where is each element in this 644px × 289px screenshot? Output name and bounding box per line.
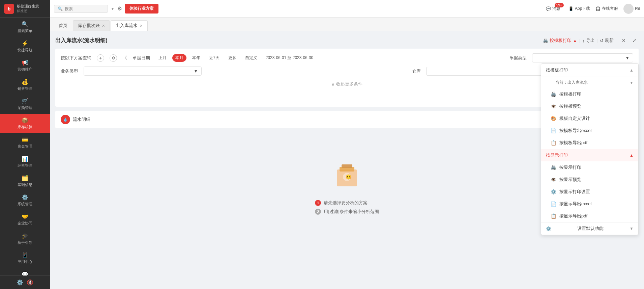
sidebar-item-inventory[interactable]: 📦 库存核算 [0, 114, 50, 133]
tab-home[interactable]: 首页 [54, 21, 72, 31]
printer-dd-icon: 🖨️ [551, 91, 556, 97]
eye2-dd-icon: 👁️ [551, 177, 556, 182]
step-1-text: 请先选择要分析的方案 [324, 200, 368, 206]
gear2-dd-icon: ⚙️ [551, 189, 556, 194]
dropdown-current-item[interactable]: 当前：出入库流水 ▼ [541, 77, 638, 88]
display-print-chevron: ▲ [630, 153, 634, 158]
sidebar-item-collab[interactable]: 🤝 企业协同 [0, 210, 50, 229]
warehouse-label: 仓库 [412, 68, 421, 74]
box-icon: 📦 [22, 117, 28, 124]
sidebar-logo: b 畅捷通好生意 标准版 [0, 0, 50, 18]
dropdown-item-display-pdf[interactable]: 📋 按显示导出pdf [541, 210, 638, 222]
app-download-action[interactable]: 📱 App下载 [568, 6, 590, 11]
display-print-sub-header[interactable]: 按显示打印 ▲ [541, 149, 638, 161]
date-last-month-btn[interactable]: 上月 [155, 54, 170, 62]
dropdown-item-display-print[interactable]: 🖨️ 按显示打印 [541, 161, 638, 174]
doc-type-label: 单据类型 [509, 55, 527, 61]
date-more-btn[interactable]: 更多 [225, 54, 239, 62]
current-label: 当前：出入库流水 [555, 80, 588, 85]
sidebar-item-marketing[interactable]: 📢 营销推广 [0, 56, 50, 75]
message-action[interactable]: 💬 消息 99+ [546, 6, 560, 11]
sidebar-item-wechat[interactable]: 💬 企业微信 [0, 268, 50, 275]
logo-icon: b [4, 4, 14, 14]
sidebar-item-search[interactable]: 🔍 搜索菜单 [0, 18, 50, 37]
search-input[interactable] [65, 6, 98, 11]
date-this-year-btn[interactable]: 本年 [189, 54, 203, 62]
sidebar-item-quick-nav[interactable]: ⚡ 快捷导航 [0, 37, 50, 56]
batch-account-close-icon[interactable]: ✕ [102, 24, 105, 28]
dropdown-item-export-pdf[interactable]: 📋 按模板导出pdf [541, 137, 638, 149]
footer-label: 设置默认功能 [577, 226, 604, 232]
chat-icon: 💬 [22, 271, 28, 275]
dd-custom-design-label: 模板自定义设计 [559, 115, 590, 122]
topbar-chevron-icon[interactable]: ▼ [111, 6, 115, 11]
sidebar-item-sales[interactable]: 💰 销售管理 [0, 75, 50, 95]
tabbar: 首页 库存批次账 ✕ 出入库流水 ✕ [50, 18, 644, 31]
dropdown-item-export-excel[interactable]: 📄 按模板导出excel [541, 125, 638, 137]
mobile-icon: 📱 [22, 252, 28, 258]
sidebar-item-finance[interactable]: 💳 资金管理 [0, 133, 50, 152]
pdf2-dd-icon: 📋 [551, 213, 556, 219]
search-icon: 🔍 [22, 21, 28, 27]
topbar-search-box[interactable]: 🔍 [54, 5, 108, 13]
dropdown-item-template-preview[interactable]: 👁️ 按模板预览 [541, 100, 638, 112]
logo-name: 畅捷通好生意 [17, 4, 39, 8]
main-area: 🔍 ▼ ⚙ 体验行业方案 💬 消息 99+ 📱 App下载 🎧 在 [50, 0, 644, 289]
page-content: 出入库流水(流水明细) 🖨️ 按模板打印 ▲ | ↑ 导出 | [50, 31, 644, 289]
dropdown-item-template-print[interactable]: 🖨️ 按模板打印 [541, 88, 638, 100]
sidebar-item-system[interactable]: ⚙️ 系统管理 [0, 191, 50, 210]
date-this-month-btn[interactable]: 本月 [172, 54, 186, 62]
business-type-select[interactable]: ▼ [84, 67, 202, 76]
topbar-gear-icon[interactable]: ⚙ [117, 5, 122, 12]
tab-batch-account[interactable]: 库存批次账 ✕ [73, 20, 110, 31]
template-print-dropdown: 按模板打印 ▲ 当前：出入库流水 ▼ 🖨️ 按模板打印 👁️ 按模板预览 [541, 63, 639, 235]
filter-settings-btn[interactable]: ⚙ [110, 54, 117, 62]
dd-display-excel-label: 按显示导出excel [559, 201, 591, 207]
sidebar-item-basic[interactable]: 🗂️ 基础信息 [0, 172, 50, 191]
sidebar-label-collab: 企业协同 [18, 221, 32, 226]
sidebar-label-operations: 经营管理 [18, 163, 32, 168]
stream-icon: 💧 [61, 115, 70, 124]
step-1-number: 1 [315, 200, 321, 206]
sidebar-item-operations[interactable]: 📊 经营管理 [0, 152, 50, 172]
handshake-icon: 🤝 [22, 213, 28, 220]
export-btn[interactable]: ↑ 导出 [582, 37, 595, 44]
dropdown-item-custom-design[interactable]: 🎨 模板自定义设计 [541, 112, 638, 125]
dropdown-footer[interactable]: ⚙️ 设置默认功能 ▼ [541, 222, 638, 235]
filter-collapse-btn[interactable]: 《 [122, 55, 127, 61]
flow-close-icon[interactable]: ✕ [140, 24, 143, 28]
printer2-dd-icon: 🖨️ [551, 165, 556, 170]
filter-add-btn[interactable]: + [97, 54, 104, 62]
date-7days-btn[interactable]: 近7天 [206, 54, 223, 62]
maximize-window-btn[interactable]: ⤢ [631, 36, 639, 45]
mute-icon[interactable]: 🔇 [27, 279, 33, 286]
dd-display-pdf-label: 按显示导出pdf [559, 213, 587, 219]
dd-template-print-label: 按模板打印 [559, 91, 581, 97]
date-custom-btn[interactable]: 自定义 [242, 54, 260, 62]
dropdown-header-chevron[interactable]: ▲ [630, 68, 634, 73]
dropdown-item-display-excel[interactable]: 📄 按显示导出excel [541, 198, 638, 210]
card-icon: 💳 [22, 136, 28, 143]
dropdown-item-display-preview[interactable]: 👁️ 按显示预览 [541, 174, 638, 186]
sidebar-label-quick-nav: 快捷导航 [18, 48, 32, 53]
dd-display-print-label: 按显示打印 [559, 164, 581, 170]
batch-account-label: 库存批次账 [78, 23, 100, 29]
folder-icon: 🗂️ [22, 175, 28, 181]
close-window-btn[interactable]: ✕ [620, 36, 628, 45]
doc-type-select[interactable]: ▼ [532, 53, 633, 62]
separator2: | [597, 38, 598, 43]
topbar-actions: 💬 消息 99+ 📱 App下载 🎧 在线客服 Rit [546, 4, 640, 14]
sidebar-item-apps[interactable]: 📱 应用中心 [0, 248, 50, 268]
user-action[interactable]: Rit [623, 4, 640, 14]
dropdown-item-display-print-settings[interactable]: ⚙️ 按显示打印设置 [541, 186, 638, 198]
sidebar-item-purchase[interactable]: 🛒 采购管理 [0, 95, 50, 114]
trial-btn[interactable]: 体验行业方案 [125, 4, 158, 14]
template-print-btn[interactable]: 🖨️ 按模板打印 ▲ [543, 37, 577, 44]
sidebar-item-guide[interactable]: 🎓 新手引导 [0, 229, 50, 248]
online-service-action[interactable]: 🎧 在线客服 [595, 6, 618, 11]
tab-flow[interactable]: 出入库流水 ✕ [111, 20, 148, 31]
settings-bottom-icon[interactable]: ⚙️ [17, 279, 23, 286]
collapse-more-btn[interactable]: ∧ 收起更多条件 [330, 80, 364, 88]
dd-display-settings-label: 按显示打印设置 [559, 189, 590, 195]
refresh-btn[interactable]: ↺ 刷新 [600, 37, 614, 44]
